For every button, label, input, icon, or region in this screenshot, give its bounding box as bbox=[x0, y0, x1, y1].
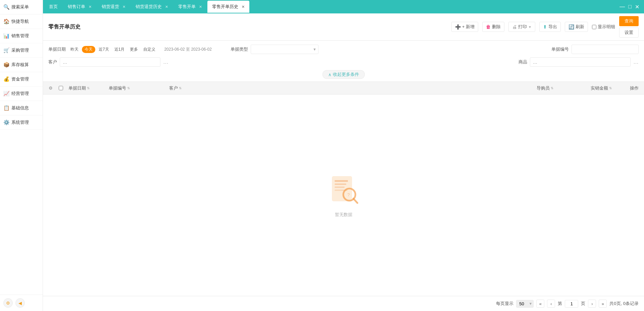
tab-home[interactable]: 首页 bbox=[44, 1, 62, 13]
filter-row-2: 客户 … 商品 … bbox=[48, 57, 639, 67]
sidebar-item-basic-info[interactable]: 📋 基础信息 bbox=[0, 101, 43, 115]
column-settings-button[interactable]: ⚙ bbox=[46, 86, 56, 91]
page-label: 第 bbox=[558, 301, 562, 307]
window-maximize-button[interactable]: □ bbox=[628, 4, 632, 10]
search-icon: 🔍 bbox=[3, 4, 9, 10]
delete-button[interactable]: 🗑 删除 bbox=[482, 22, 504, 32]
sidebar-item-sales-mgmt[interactable]: 📊 销售管理 bbox=[0, 29, 43, 43]
sidebar-item-quick-nav[interactable]: 🏠 快捷导航 bbox=[0, 14, 43, 29]
date-range-display: 2023-06-02 至 2023-06-02 bbox=[164, 47, 211, 52]
export-button[interactable]: ⬆ 导出 bbox=[539, 22, 561, 32]
col-header-guide[interactable]: 导购员 ⇅ bbox=[534, 85, 574, 91]
first-page-button[interactable]: « bbox=[536, 300, 544, 308]
tab-sales-order-label: 销售订单 bbox=[68, 4, 85, 10]
page-size-select[interactable]: 50 10 20 100 bbox=[516, 300, 534, 308]
sidebar-item-inventory[interactable]: 📦 库存核算 bbox=[0, 58, 43, 72]
prev-page-icon: ‹ bbox=[550, 301, 552, 306]
doc-num-label: 单据编号 bbox=[551, 46, 569, 52]
tab-retail-open[interactable]: 零售开单 ✕ bbox=[174, 1, 207, 13]
tab-close-retail-history[interactable]: ✕ bbox=[242, 5, 245, 9]
export-icon: ⬆ bbox=[543, 24, 547, 30]
today-btn[interactable]: 今天 bbox=[82, 46, 95, 53]
empty-illustration: ? bbox=[325, 173, 362, 206]
sidebar-search[interactable]: 🔍 搜索采单 bbox=[0, 0, 43, 14]
customer-input[interactable] bbox=[60, 57, 160, 67]
select-all-checkbox[interactable] bbox=[56, 86, 66, 90]
last-page-button[interactable]: » bbox=[599, 300, 607, 308]
collapse-button[interactable]: ∧ 收起更多条件 bbox=[323, 70, 365, 79]
next-page-button[interactable]: › bbox=[588, 300, 596, 308]
col-header-date[interactable]: 单据日期 ⇅ bbox=[66, 85, 106, 91]
print-icon: 🖨 bbox=[512, 24, 517, 30]
page-number-input[interactable] bbox=[565, 300, 578, 308]
sidebar-item-label: 快捷导航 bbox=[11, 18, 29, 24]
sidebar-item-label: 资金管理 bbox=[11, 76, 29, 82]
doc-type-field: 单据类型 ▼ bbox=[231, 45, 318, 54]
tab-retail-history[interactable]: 零售开单历史 ✕ bbox=[207, 1, 249, 13]
more-btn[interactable]: 更多 bbox=[128, 46, 140, 53]
col-header-customer[interactable]: 客户 ⇅ bbox=[166, 85, 534, 91]
toolbar: 零售开单历史 ➕ + 新增 🗑 删除 🖨 打印 ▼ ⬆ 导出 🔄 刷新 显示明细… bbox=[43, 13, 644, 41]
doc-type-select[interactable] bbox=[251, 45, 318, 54]
sidebar-item-operations[interactable]: 📈 经营管理 bbox=[0, 87, 43, 101]
goods-more-icon[interactable]: … bbox=[633, 59, 639, 65]
refresh-icon: 🔄 bbox=[568, 24, 574, 30]
custom-btn[interactable]: 自定义 bbox=[141, 46, 157, 53]
tab-sales-return[interactable]: 销货退货 ✕ bbox=[97, 1, 130, 13]
purchase-icon: 🛒 bbox=[3, 47, 9, 53]
tab-close-sales-return-history[interactable]: ✕ bbox=[165, 5, 168, 9]
col-header-number[interactable]: 单据编号 ⇅ bbox=[106, 85, 166, 91]
window-minimize-button[interactable]: — bbox=[620, 4, 625, 10]
refresh-button-label: 刷新 bbox=[576, 24, 584, 30]
collapse-up-icon: ∧ bbox=[328, 72, 332, 77]
col-header-amount[interactable]: 实销金额 ⇅ bbox=[574, 85, 614, 91]
main-area: 首页 销售订单 ✕ 销货退货 ✕ 销货退货历史 ✕ 零售开单 ✕ 零售开单历史 … bbox=[43, 0, 644, 311]
sidebar-item-purchase-mgmt[interactable]: 🛒 采购管理 bbox=[0, 43, 43, 58]
print-button[interactable]: 🖨 打印 ▼ bbox=[508, 22, 535, 32]
setting-button[interactable]: 设置 bbox=[619, 28, 639, 38]
tab-close-sales-order[interactable]: ✕ bbox=[89, 5, 92, 9]
date-filter-label: 单据日期 bbox=[48, 46, 66, 52]
sidebar-item-label: 采购管理 bbox=[11, 47, 29, 53]
query-button[interactable]: 查询 bbox=[619, 16, 639, 26]
date-quick-buttons: 昨天 今天 近7天 近1月 更多 自定义 bbox=[68, 46, 157, 53]
page-size-wrapper: 50 10 20 100 ▼ bbox=[516, 300, 534, 308]
col-header-amount-label: 实销金额 bbox=[591, 85, 608, 91]
display-detail-checkbox[interactable]: 显示明细 bbox=[592, 24, 615, 30]
goods-input[interactable] bbox=[530, 57, 631, 67]
collapse-sidebar-button[interactable]: ◀ bbox=[15, 298, 25, 308]
tab-sales-order[interactable]: 销售订单 ✕ bbox=[63, 1, 96, 13]
yesterday-btn[interactable]: 昨天 bbox=[68, 46, 81, 53]
add-icon: ➕ bbox=[455, 24, 461, 30]
sort-date-icon: ⇅ bbox=[87, 86, 90, 90]
window-close-button[interactable]: ✕ bbox=[635, 4, 639, 10]
doc-num-field: 单据编号 bbox=[551, 45, 639, 54]
col-header-customer-label: 客户 bbox=[169, 85, 178, 91]
tab-sales-return-history[interactable]: 销货退货历史 ✕ bbox=[131, 1, 173, 13]
add-button[interactable]: ➕ + 新增 bbox=[451, 22, 478, 32]
customer-label: 客户 bbox=[48, 59, 57, 65]
sidebar-item-finance[interactable]: 💰 资金管理 bbox=[0, 72, 43, 87]
sidebar-item-system[interactable]: ⚙️ 系统管理 bbox=[0, 115, 43, 130]
month1-btn[interactable]: 近1月 bbox=[112, 46, 127, 53]
system-icon: ⚙️ bbox=[3, 119, 9, 125]
date-filter-field: 单据日期 昨天 今天 近7天 近1月 更多 自定义 bbox=[48, 46, 157, 53]
content-area: ⚙ 单据日期 ⇅ 单据编号 ⇅ 客户 ⇅ 导购员 ⇅ 实销金额 bbox=[43, 82, 644, 311]
week7-btn[interactable]: 近7天 bbox=[97, 46, 111, 53]
tab-close-retail-open[interactable]: ✕ bbox=[199, 5, 202, 9]
refresh-button[interactable]: 🔄 刷新 bbox=[565, 22, 588, 32]
sidebar-item-label: 系统管理 bbox=[11, 119, 29, 125]
delete-button-label: 删除 bbox=[492, 24, 501, 30]
sort-customer-icon: ⇅ bbox=[179, 86, 182, 90]
col-header-number-label: 单据编号 bbox=[109, 85, 126, 91]
settings-button[interactable]: ⚙ bbox=[3, 298, 13, 308]
sidebar: 🔍 搜索采单 🏠 快捷导航 📊 销售管理 🛒 采购管理 📦 库存核算 💰 资金管… bbox=[0, 0, 43, 311]
doc-num-input[interactable] bbox=[572, 45, 639, 54]
prev-page-button[interactable]: ‹ bbox=[547, 300, 555, 308]
display-detail-input[interactable] bbox=[592, 25, 596, 29]
home-icon: 🏠 bbox=[3, 18, 9, 24]
tab-close-sales-return[interactable]: ✕ bbox=[122, 5, 126, 9]
select-all-input[interactable] bbox=[59, 86, 63, 90]
print-dropdown-icon[interactable]: ▼ bbox=[528, 25, 532, 29]
customer-more-icon[interactable]: … bbox=[163, 59, 168, 65]
